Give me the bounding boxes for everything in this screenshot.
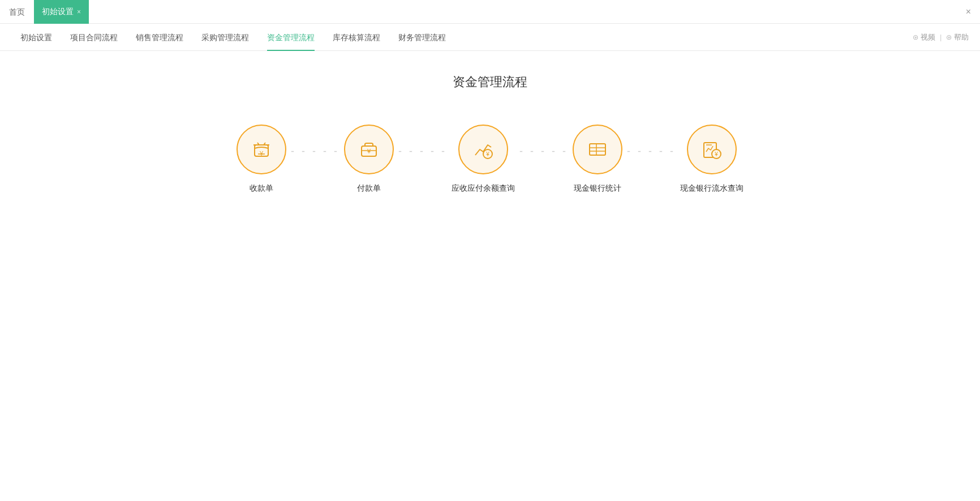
flow-connector-4: - - - - -	[622, 145, 680, 173]
cash-bank-icon	[585, 137, 610, 162]
flow-circle-payment: ¥	[344, 125, 394, 174]
flow-dots-2: - - - - -	[398, 145, 447, 157]
nav-item-sales-management[interactable]: 销售管理流程	[127, 24, 192, 51]
flow-circle-ar-ap: ¥	[458, 125, 508, 174]
page-title: 资金管理流程	[453, 74, 527, 91]
svg-text:¥: ¥	[485, 151, 489, 157]
video-link[interactable]: ⊙ 视频	[913, 32, 935, 42]
flow-label-cash-bank: 现金银行统计	[574, 183, 621, 194]
window-close-button[interactable]: ×	[966, 7, 971, 17]
flow-label-cash-flow: 现金银行流水查询	[680, 183, 743, 194]
flow-dots-1: - - - - -	[291, 145, 339, 157]
flow-connector-1: - - - - -	[286, 145, 344, 173]
divider: |	[940, 33, 942, 41]
nav-item-inventory-calculation[interactable]: 库存核算流程	[324, 24, 389, 51]
flow-item-receipt[interactable]: ¥ 收款单	[237, 125, 286, 194]
flow-connector-3: - - - - -	[515, 145, 573, 173]
flow-circle-cash-flow: ¥	[687, 125, 737, 174]
nav-bar-actions: ⊙ 视频 | ⊙ 帮助	[913, 32, 969, 42]
flow-dots-3: - - - - -	[519, 145, 568, 157]
close-tab-icon[interactable]: ×	[77, 8, 81, 16]
flow-label-ar-ap: 应收应付余额查询	[452, 183, 515, 194]
receipt-icon: ¥	[249, 137, 274, 162]
main-content: 资金管理流程 ¥ 收款单 - - - - -	[0, 51, 980, 216]
flow-label-receipt: 收款单	[250, 183, 273, 194]
flow-connector-2: - - - - -	[394, 145, 452, 173]
flow-label-payment: 付款单	[357, 183, 381, 194]
nav-item-fund-management[interactable]: 资金管理流程	[258, 24, 324, 51]
home-tab[interactable]: 首页	[0, 0, 34, 24]
nav-item-project-contract[interactable]: 项目合同流程	[61, 24, 127, 51]
top-bar: 首页 初始设置 × ×	[0, 0, 980, 24]
nav-item-initial-setup[interactable]: 初始设置	[11, 24, 61, 51]
active-tab[interactable]: 初始设置 ×	[34, 0, 89, 24]
flow-item-ar-ap[interactable]: ¥ 应收应付余额查询	[452, 125, 515, 194]
nav-item-purchase-management[interactable]: 采购管理流程	[192, 24, 258, 51]
flow-item-cash-bank[interactable]: 现金银行统计	[573, 125, 622, 194]
svg-text:¥: ¥	[259, 150, 264, 157]
nav-item-financial-management[interactable]: 财务管理流程	[389, 24, 455, 51]
svg-text:¥: ¥	[367, 148, 371, 155]
svg-text:¥: ¥	[714, 151, 718, 157]
flow-item-payment[interactable]: ¥ 付款单	[344, 125, 394, 194]
nav-bar: 初始设置 项目合同流程 销售管理流程 采购管理流程 资金管理流程 库存核算流程 …	[0, 24, 980, 51]
ar-ap-icon: ¥	[471, 137, 496, 162]
flow-container: ¥ 收款单 - - - - - ¥ 付款单	[237, 125, 743, 194]
svg-rect-6	[590, 144, 605, 155]
flow-circle-receipt: ¥	[237, 125, 286, 174]
top-bar-right: ×	[966, 7, 980, 17]
cash-flow-icon: ¥	[699, 137, 724, 162]
flow-item-cash-flow[interactable]: ¥ 现金银行流水查询	[680, 125, 743, 194]
payment-icon: ¥	[356, 137, 381, 162]
active-tab-label: 初始设置	[42, 7, 74, 17]
help-link[interactable]: ⊙ 帮助	[946, 32, 969, 42]
flow-circle-cash-bank	[573, 125, 622, 174]
flow-dots-4: - - - - -	[627, 145, 676, 157]
